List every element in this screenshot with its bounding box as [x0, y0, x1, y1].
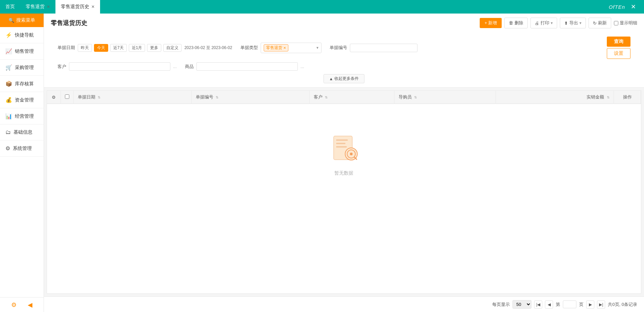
empty-state-row: 暂无数据: [47, 104, 641, 204]
last-page-button[interactable]: ▶|: [597, 300, 605, 309]
collapse-icon: ▲: [329, 76, 333, 81]
content-area: 零售退货历史 + 新增 🗑 删除 🖨 🖨 打印 打印 ▾ ⬆ 导出 ▾: [44, 14, 644, 312]
operations-icon: 📊: [5, 113, 12, 119]
column-settings-icon[interactable]: ⚙: [52, 95, 56, 100]
date-btn-1month[interactable]: 近1月: [129, 44, 145, 52]
customer-filter-group: 客户 ...: [57, 62, 177, 71]
date-range-display: 2023-06-02 至 2023-06-02: [184, 45, 232, 51]
th-settings[interactable]: ⚙: [47, 91, 61, 104]
refresh-icon: ↻: [593, 21, 597, 26]
date-btn-yesterday[interactable]: 昨天: [78, 44, 92, 52]
date-btn-more[interactable]: 更多: [147, 44, 161, 52]
th-guide[interactable]: 导购员 ⇅: [394, 91, 496, 104]
tab-retail-return-history[interactable]: 零售退货历史 ✕: [55, 0, 100, 14]
number-filter-input[interactable]: [350, 44, 418, 52]
table-header-row: ⚙ 单据日期 ⇅ 单据编号 ⇅: [47, 91, 641, 104]
sidebar-item-sales[interactable]: 📈 销售管理: [0, 43, 44, 60]
goods-filter-group: 商品 ...: [185, 62, 304, 71]
sidebar-item-operations[interactable]: 📊 经营管理: [0, 108, 44, 125]
refresh-button[interactable]: ↻ 刷新: [589, 18, 611, 28]
th-amount[interactable]: 实销金额 ⇅: [496, 91, 614, 104]
number-filter-group: 单据编号: [330, 44, 418, 52]
data-table: ⚙ 单据日期 ⇅ 单据编号 ⇅: [47, 91, 641, 203]
date-btn-today[interactable]: 今天: [94, 44, 108, 52]
guide-sort-icon: ⇅: [414, 95, 417, 99]
inventory-icon: 📦: [5, 81, 12, 87]
filter-settings-button[interactable]: 设置: [607, 48, 630, 59]
type-tag-remove[interactable]: ✕: [283, 46, 286, 50]
export-button[interactable]: ⬆ 导出 ▾: [560, 18, 586, 28]
svg-rect-1: [336, 139, 348, 141]
sidebar-menu: ⚡ 快捷导航 📈 销售管理 🛒 采购管理 📦 库存核算 💰 资金管理 📊: [0, 27, 44, 297]
empty-state: 暂无数据: [47, 104, 641, 203]
page-label: 第: [556, 302, 560, 308]
type-dropdown-arrow: ▾: [316, 45, 318, 50]
toolbar-actions: + 新增 🗑 删除 🖨 🖨 打印 打印 ▾ ⬆ 导出 ▾ ↻: [480, 18, 637, 28]
sidebar-item-system[interactable]: ⚙ 系统管理: [0, 140, 44, 157]
goods-ellipsis-button[interactable]: ...: [301, 64, 304, 69]
page-title: 零售退货历史: [51, 19, 87, 27]
show-detail-checkbox[interactable]: [614, 21, 618, 25]
goods-filter-input[interactable]: [196, 62, 298, 71]
sidebar: 🔍 搜索菜单 ⚡ 快捷导航 📈 销售管理 🛒 采购管理 📦 库存核算 💰: [0, 14, 44, 312]
date-btn-7days[interactable]: 近7天: [110, 44, 127, 52]
date-options: 昨天 今天 近7天 近1月 更多 自定义: [78, 44, 182, 52]
next-page-button[interactable]: ▶: [586, 300, 594, 309]
print-button[interactable]: 🖨 🖨 打印 打印 ▾: [530, 18, 557, 28]
empty-state-text: 暂无数据: [334, 170, 353, 176]
purchase-icon: 🛒: [5, 64, 12, 71]
sales-icon: 📈: [5, 48, 12, 54]
svg-point-7: [350, 153, 353, 155]
sidebar-item-finance[interactable]: 💰 资金管理: [0, 92, 44, 108]
sidebar-item-inventory[interactable]: 📦 库存核算: [0, 76, 44, 92]
query-button[interactable]: 查询: [607, 37, 630, 47]
th-number[interactable]: 单据编号 ⇅: [191, 91, 309, 104]
collapse-button[interactable]: ▲ 收起更多条件: [324, 74, 365, 83]
tab-home[interactable]: 首页: [0, 0, 20, 14]
customer-sort-icon: ⇅: [325, 95, 328, 99]
customer-ellipsis-button[interactable]: ...: [173, 64, 177, 69]
main-layout: 🔍 搜索菜单 ⚡ 快捷导航 📈 销售管理 🛒 采购管理 📦 库存核算 💰: [0, 14, 644, 312]
new-button[interactable]: + 新增: [480, 18, 502, 28]
customer-filter-input[interactable]: [69, 62, 170, 71]
sidebar-item-purchase[interactable]: 🛒 采购管理: [0, 60, 44, 76]
finance-icon: 💰: [5, 97, 12, 103]
quick-nav-icon: ⚡: [5, 32, 12, 38]
type-filter-label: 单据类型: [240, 45, 258, 51]
page-title-row: 零售退货历史 + 新增 🗑 删除 🖨 🖨 打印 打印 ▾ ⬆ 导出 ▾: [51, 18, 637, 28]
sidebar-collapse-icon[interactable]: ◀: [28, 301, 32, 309]
filter-bottom-row: ▲ 收起更多条件: [57, 74, 630, 83]
tab-retail-return-close[interactable]: ✕: [47, 4, 50, 9]
show-detail-toggle[interactable]: 显示明细: [614, 20, 637, 26]
th-checkbox[interactable]: [61, 91, 73, 104]
delete-button[interactable]: 🗑 删除: [504, 18, 528, 28]
select-all-checkbox[interactable]: [65, 94, 69, 99]
first-page-button[interactable]: |◀: [534, 300, 542, 309]
system-icon: ⚙: [5, 145, 10, 152]
per-page-select[interactable]: 50 10 20 100: [512, 300, 531, 309]
sidebar-settings-icon[interactable]: ⚙: [11, 301, 17, 309]
table-container: ⚙ 单据日期 ⇅ 单据编号 ⇅: [47, 90, 641, 294]
type-tag: 零售退货 ✕: [264, 44, 288, 51]
filter-row-2: 客户 ... 商品 ...: [57, 62, 630, 71]
page-unit: 页: [579, 302, 583, 308]
print-icon: 🖨: [535, 21, 539, 26]
tab-retail-return[interactable]: 零售退货 ✕: [20, 0, 55, 14]
sidebar-item-basic-info[interactable]: 🗂 基础信息: [0, 125, 44, 140]
tab-list: 首页 零售退货 ✕ 零售退货历史 ✕: [0, 0, 609, 14]
sidebar-item-quick-nav[interactable]: ⚡ 快捷导航: [0, 27, 44, 43]
th-customer[interactable]: 客户 ⇅: [309, 91, 394, 104]
table-body: 暂无数据: [47, 104, 641, 204]
pagination-bar: 每页显示 50 10 20 100 |◀ ◀ 第 1 页 ▶ ▶| 共0页, 0…: [44, 296, 644, 312]
tab-retail-return-history-close[interactable]: ✕: [91, 4, 95, 9]
date-sort-icon: ⇅: [98, 95, 100, 99]
type-filter-select[interactable]: 零售退货 ✕ ▾: [261, 43, 321, 53]
th-date[interactable]: 单据日期 ⇅: [73, 91, 191, 104]
sidebar-search[interactable]: 🔍 搜索菜单: [0, 14, 44, 27]
print-dropdown-icon[interactable]: ▾: [551, 21, 553, 25]
window-close-button[interactable]: ✕: [628, 1, 639, 12]
prev-page-button[interactable]: ◀: [545, 300, 553, 309]
page-input[interactable]: 1: [563, 300, 576, 308]
export-dropdown-icon[interactable]: ▾: [579, 21, 581, 25]
date-btn-custom[interactable]: 自定义: [163, 44, 182, 52]
